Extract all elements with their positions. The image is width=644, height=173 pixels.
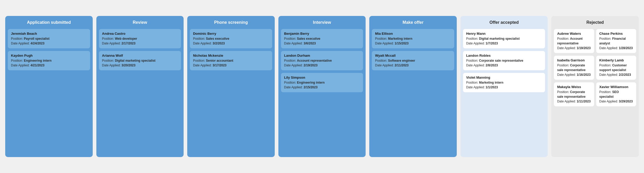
- card-date: Date Applied: 1/16/2023: [557, 72, 591, 77]
- card-name: Mia Ellison: [375, 32, 451, 36]
- card-position: Position: SEO specialist: [599, 90, 633, 99]
- card-name: Isabella Garrison: [557, 58, 591, 62]
- card-name: Henry Mann: [466, 32, 542, 36]
- card-name: Aubree Waters: [557, 32, 591, 36]
- card-position: Position: Customer support specialist: [599, 63, 633, 72]
- card[interactable]: Jeremiah BeachPosition: Payroll speciali…: [8, 29, 90, 48]
- card-date: Date Applied: 3/20/2023: [102, 63, 178, 68]
- card-position: Position: Digital marketing specialist: [102, 58, 178, 63]
- column-header-review: Review: [99, 19, 181, 26]
- card[interactable]: Kimberly LambPosition: Customer support …: [596, 56, 636, 80]
- card-name: Jeremiah Beach: [11, 32, 87, 36]
- card-position: Position: Engineering intern: [11, 58, 87, 63]
- card[interactable]: Isabella GarrisonPosition: Corporate sal…: [554, 56, 594, 80]
- card[interactable]: Landon RoblesPosition: Corporate sale re…: [463, 51, 545, 70]
- card-date: Date Applied: 2/2/2023: [599, 72, 633, 77]
- card-name: Kayden Pugh: [11, 54, 87, 57]
- card-name: Landon Robles: [466, 54, 542, 57]
- card-position: Position: Web developer: [102, 36, 178, 41]
- rejected-inner: Aubree WatersPosition: Account represent…: [554, 29, 636, 109]
- card-position: Position: Marketing intern: [375, 36, 451, 41]
- card-name: Violet Manning: [466, 76, 542, 79]
- card-position: Position: Engineering intern: [284, 80, 360, 85]
- column-review: ReviewAndrea CastroPosition: Web develop…: [96, 16, 184, 157]
- card-name: Landon Durham: [284, 54, 360, 57]
- card[interactable]: Benjamin BerryPosition: Sales executiveD…: [281, 29, 363, 48]
- rejected-subcol-1: Chase PerkinsPosition: Financial analyst…: [596, 29, 636, 109]
- card-position: Position: Sales executive: [193, 36, 269, 41]
- card-date: Date Applied: 2/11/2023: [375, 63, 451, 68]
- card-name: Chase Perkins: [599, 32, 633, 36]
- column-make-offer: Make offerMia EllisonPosition: Marketing…: [369, 16, 457, 157]
- kanban-board: Application submittedJeremiah BeachPosit…: [5, 16, 639, 157]
- card-name: Nicholas Mckenzie: [193, 54, 269, 57]
- column-phone-screening: Phone screeningDominic BerryPosition: Sa…: [187, 16, 275, 157]
- card-position: Position: Senior accountant: [193, 58, 269, 63]
- card-date: Date Applied: 3/17/2023: [193, 63, 269, 68]
- card-name: Makayla Weiss: [557, 85, 591, 89]
- card-name: Xavier Williamson: [599, 85, 633, 89]
- card-position: Position: Corporate sale representative: [557, 90, 591, 99]
- column-header-rejected: Rejected: [554, 19, 636, 26]
- card-position: Position: Sales executive: [284, 36, 360, 41]
- card-date: Date Applied: 2/8/2023: [466, 63, 542, 68]
- card-date: Date Applied: 1/1/2023: [466, 85, 542, 90]
- column-header-phone-screening: Phone screening: [190, 19, 272, 26]
- card[interactable]: Lily SimpsonPosition: Engineering intern…: [281, 73, 363, 92]
- column-application-submitted: Application submittedJeremiah BeachPosit…: [5, 16, 93, 157]
- column-interview: InterviewBenjamin BerryPosition: Sales e…: [278, 16, 366, 157]
- card-position: Position: Corporate sale representative: [466, 58, 542, 63]
- column-header-make-offer: Make offer: [372, 19, 454, 26]
- rejected-subcol-0: Aubree WatersPosition: Account represent…: [554, 29, 594, 109]
- card-date: Date Applied: 1/7/2023: [466, 41, 542, 46]
- card-date: Date Applied: 3/2/2023: [193, 41, 269, 46]
- card-date: Date Applied: 3/6/2023: [284, 41, 360, 46]
- card[interactable]: Henry MannPosition: Digital marketing sp…: [463, 29, 545, 48]
- card[interactable]: Xavier WilliamsonPosition: SEO specialis…: [596, 82, 636, 106]
- column-header-offer-accepted: Offer accepted: [463, 19, 545, 26]
- card-date: Date Applied: 2/19/2023: [284, 63, 360, 68]
- column-header-application-submitted: Application submitted: [8, 19, 90, 26]
- card-date: Date Applied: 3/29/2023: [599, 99, 633, 104]
- card-position: Position: Marketing intern: [466, 80, 542, 85]
- card[interactable]: Aubree WatersPosition: Account represent…: [554, 29, 594, 53]
- card-date: Date Applied: 1/19/2023: [557, 46, 591, 50]
- card-name: Wyatt Mccall: [375, 54, 451, 57]
- card-date: Date Applied: 1/11/2023: [557, 99, 591, 104]
- card-name: Benjamin Berry: [284, 32, 360, 36]
- card[interactable]: Violet ManningPosition: Marketing intern…: [463, 73, 545, 92]
- card[interactable]: Wyatt MccallPosition: Software engineerD…: [372, 51, 454, 70]
- card[interactable]: Nicholas MckenziePosition: Senior accoun…: [190, 51, 272, 70]
- card-date: Date Applied: 2/15/2023: [284, 85, 360, 90]
- column-header-interview: Interview: [281, 19, 363, 26]
- card[interactable]: Makayla WeissPosition: Corporate sale re…: [554, 82, 594, 106]
- card-name: Arianna Wolf: [102, 54, 178, 57]
- card-name: Kimberly Lamb: [599, 58, 633, 62]
- card[interactable]: Chase PerkinsPosition: Financial analyst…: [596, 29, 636, 53]
- card[interactable]: Dominic BerryPosition: Sales executiveDa…: [190, 29, 272, 48]
- column-rejected: RejectedAubree WatersPosition: Account r…: [551, 16, 639, 157]
- column-offer-accepted: Offer acceptedHenry MannPosition: Digita…: [460, 16, 548, 157]
- card-position: Position: Software engineer: [375, 58, 451, 63]
- card-date: Date Applied: 4/24/2023: [11, 41, 87, 46]
- card-name: Andrea Castro: [102, 32, 178, 36]
- card-position: Position: Corporate sale representative: [557, 63, 591, 72]
- card-position: Position: Account representative: [284, 58, 360, 63]
- card-position: Position: Payroll specialist: [11, 36, 87, 41]
- card-date: Date Applied: 1/28/2023: [599, 46, 633, 50]
- card-position: Position: Financial analyst: [599, 36, 633, 46]
- card[interactable]: Andrea CastroPosition: Web developerDate…: [99, 29, 181, 48]
- card-position: Position: Digital marketing specialist: [466, 36, 542, 41]
- card-date: Date Applied: 4/21/2023: [11, 63, 87, 68]
- card-date: Date Applied: 2/17/2023: [102, 41, 178, 46]
- card-name: Lily Simpson: [284, 76, 360, 79]
- card[interactable]: Arianna WolfPosition: Digital marketing …: [99, 51, 181, 70]
- card-position: Position: Account representative: [557, 36, 591, 46]
- card-name: Dominic Berry: [193, 32, 269, 36]
- card[interactable]: Kayden PughPosition: Engineering internD…: [8, 51, 90, 70]
- card[interactable]: Mia EllisonPosition: Marketing internDat…: [372, 29, 454, 48]
- card-date: Date Applied: 1/15/2023: [375, 41, 451, 46]
- card[interactable]: Landon DurhamPosition: Account represent…: [281, 51, 363, 70]
